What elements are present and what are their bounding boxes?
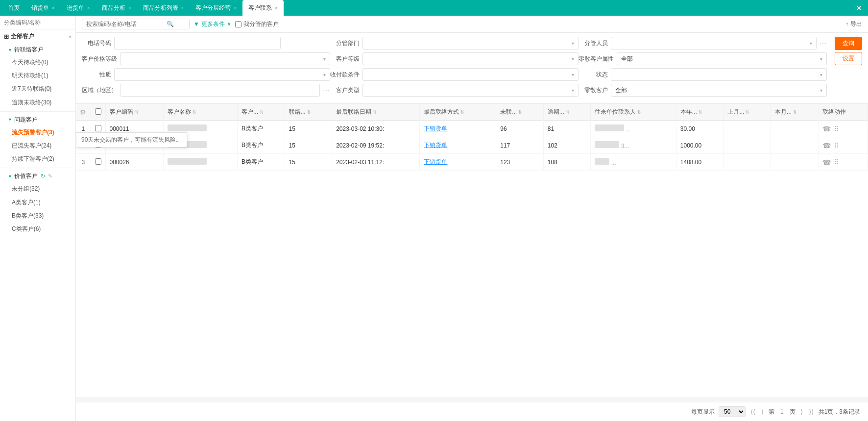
row-checkbox-3[interactable] [95, 158, 101, 165]
status-select[interactable]: ▾ [611, 68, 827, 81]
th-name-label: 客户名称 [168, 108, 191, 116]
contact-action-icon-3[interactable]: ☎ [822, 158, 831, 166]
th-checkbox[interactable] [91, 104, 105, 121]
sidebar-item-already-churned[interactable]: 已流失客户(24) [0, 139, 75, 152]
more-conditions-btn[interactable]: ▼ 更多条件 ∧ [193, 20, 231, 28]
th-name[interactable]: 客户名称 ⇅ [163, 104, 237, 121]
sidebar-item-today-pending[interactable]: 今天待联络(0) [0, 56, 75, 69]
tab-analysis[interactable]: 商品分析 × [96, 0, 137, 16]
sidebar-item-7day-pending[interactable]: 近7天待联络(0) [0, 82, 75, 96]
th-type[interactable]: 客户... ⇅ [237, 104, 285, 121]
sidebar-group-value[interactable]: ▼ 价值客户 ↻ ✎ [0, 170, 75, 182]
more-action-icon-2[interactable]: ⠿ [834, 142, 839, 149]
sidebar-item-class-a[interactable]: A类客户(1) [0, 196, 75, 209]
tab-sales[interactable]: 销货单 × [25, 0, 61, 16]
td-contact-count-1: 15 [285, 121, 332, 137]
close-customer-segment-tab-icon[interactable]: × [234, 5, 237, 11]
all-customers-header[interactable]: ⊞ 全部客户 « [0, 29, 75, 44]
contact-action-icon-2[interactable]: ☎ [822, 142, 831, 149]
tab-customer-segment[interactable]: 客户分层经营 × [190, 0, 242, 16]
th-contact-person[interactable]: 往来单位联系人 ⇅ [591, 104, 676, 121]
tab-home[interactable]: 首页 [2, 0, 25, 16]
retail-attr-select[interactable]: 全部 ▾ [617, 52, 827, 65]
phone-input[interactable] [114, 37, 281, 50]
retail-select[interactable]: 全部 ▾ [611, 84, 827, 97]
table-settings-gear-icon[interactable]: ⚙ [80, 108, 86, 116]
row-checkbox-1[interactable] [95, 125, 101, 131]
payment-select[interactable]: ▾ [362, 68, 579, 81]
tab-purchase[interactable]: 进货单 × [61, 0, 96, 16]
edit-icon[interactable]: ✎ [48, 173, 52, 179]
td-contact-person-2: 3... [591, 137, 676, 154]
sidebar-search-input[interactable] [4, 19, 76, 26]
tab-customer-contact[interactable]: 客户联系 × [242, 0, 284, 16]
action-icons-3: ☎ ⠿ [822, 158, 864, 166]
my-customers-check[interactable]: 我分管的客户 [235, 20, 279, 28]
sidebar-item-overdue-pending[interactable]: 逾期未联络(30) [0, 96, 75, 109]
region-dots-btn[interactable]: ··· [323, 86, 330, 94]
sidebar-item-ungrouped[interactable]: 未分组(32) [0, 182, 75, 196]
close-sales-tab-icon[interactable]: × [52, 5, 55, 11]
dept-select[interactable]: ▾ [362, 37, 579, 50]
horizontal-scrollbar[interactable] [76, 397, 868, 402]
my-customers-checkbox[interactable] [235, 21, 241, 27]
sidebar-item-tomorrow-pending[interactable]: 明天待联络(1) [0, 69, 75, 82]
select-all-checkbox[interactable] [95, 108, 101, 115]
th-last-method[interactable]: 最后联络方式 ⇅ [420, 104, 496, 121]
first-page-icon[interactable]: ⟨⟨ [749, 408, 756, 416]
window-close-icon[interactable]: ✕ [852, 3, 866, 13]
last-method-link-1[interactable]: 下销货单 [424, 125, 447, 132]
refresh-icon[interactable]: ↻ [41, 173, 45, 179]
table-row: 2 00030031 B类客户 15 2023-02-09 19:52: 下销货… [76, 137, 868, 154]
price-level-select[interactable]: ▾ [120, 52, 330, 65]
close-purchase-tab-icon[interactable]: × [87, 5, 90, 11]
next-page-icon[interactable]: ⟩ [799, 408, 804, 416]
th-this-month[interactable]: 本月... ⇅ [771, 104, 819, 121]
th-code[interactable]: 客户编码 ⇅ [105, 104, 163, 121]
sort-this-year-icon: ⇅ [699, 110, 702, 115]
td-last-method-1[interactable]: 下销货单 [420, 121, 496, 137]
export-btn[interactable]: ↑ 导出 [845, 20, 862, 28]
manager-select[interactable]: ▾ [611, 37, 817, 50]
close-analysis-list-tab-icon[interactable]: × [181, 5, 184, 11]
last-method-link-2[interactable]: 下销货单 [424, 142, 447, 149]
more-action-icon-1[interactable]: ⠿ [834, 125, 839, 133]
th-contact-count[interactable]: 联络... ⇅ [285, 104, 332, 121]
sidebar-group-pending[interactable]: ▼ 待联络客户 [0, 44, 75, 56]
last-page-icon[interactable]: ⟩⟩ [808, 408, 815, 416]
prev-page-icon[interactable]: ⟨ [760, 408, 765, 416]
td-last-method-3[interactable]: 下销货单 [420, 154, 496, 171]
cust-level-select[interactable]: ▾ [362, 52, 579, 65]
td-last-method-2[interactable]: 下销货单 [420, 137, 496, 154]
th-uncontacted[interactable]: 未联... ⇅ [496, 104, 544, 121]
sidebar-item-churn-warning[interactable]: 流失预警客户(3) [0, 126, 75, 139]
last-method-link-3[interactable]: 下销货单 [424, 158, 447, 165]
contact-action-icon-1[interactable]: ☎ [822, 125, 831, 133]
th-last-month[interactable]: 上月... ⇅ [723, 104, 771, 121]
sidebar-search-box: 🔍 [0, 16, 75, 29]
th-this-year[interactable]: 本年... ⇅ [676, 104, 723, 121]
settings-button[interactable]: 设置 [835, 52, 862, 65]
cust-type-select[interactable]: ▾ [362, 84, 579, 97]
sidebar-item-class-b[interactable]: B类客户(33) [0, 209, 75, 223]
sidebar-group-problem[interactable]: ▼ 问题客户 [0, 114, 75, 126]
tab-home-label: 首页 [8, 4, 20, 12]
more-action-icon-3[interactable]: ⠿ [834, 158, 839, 166]
manager-dots-btn[interactable]: ··· [820, 39, 827, 47]
th-settings[interactable]: ⚙ [76, 104, 91, 121]
tab-analysis-list[interactable]: 商品分析列表 × [137, 0, 190, 16]
th-last-date[interactable]: 最后联络日期 ⇅ [332, 104, 420, 121]
close-customer-contact-tab-icon[interactable]: × [275, 5, 278, 11]
nature-select[interactable]: ▾ [114, 68, 330, 81]
close-analysis-tab-icon[interactable]: × [128, 5, 131, 11]
sidebar-item-declining[interactable]: 持续下滑客户(2) [0, 152, 75, 166]
region-select[interactable] [120, 84, 320, 97]
query-button[interactable]: 查询 [835, 37, 862, 50]
collapse-sidebar-icon[interactable]: « [69, 34, 72, 39]
per-page-select[interactable]: 50 100 200 [719, 406, 746, 417]
search-input[interactable] [86, 21, 165, 27]
th-overdue[interactable]: 逾期... ⇅ [543, 104, 591, 121]
sidebar-item-class-c[interactable]: C类客户(6) [0, 223, 75, 236]
td-checkbox-3[interactable] [91, 154, 105, 171]
td-overdue-1: 81 [543, 121, 591, 137]
